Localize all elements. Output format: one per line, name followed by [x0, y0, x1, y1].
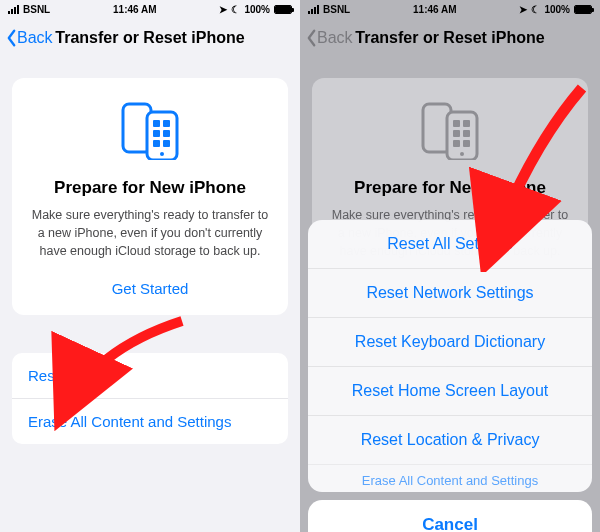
signal-icon	[8, 4, 19, 14]
erase-all-peek[interactable]: Erase All Content and Settings	[308, 464, 592, 492]
svg-point-11	[460, 152, 464, 156]
cancel-button[interactable]: Cancel	[308, 500, 592, 532]
time-label: 11:46 AM	[113, 4, 157, 15]
reset-row[interactable]: Reset	[12, 353, 288, 398]
back-label: Back	[17, 29, 53, 47]
page-title: Transfer or Reset iPhone	[55, 29, 244, 47]
prepare-card: Prepare for New iPhone Make sure everyth…	[12, 78, 288, 315]
prepare-title: Prepare for New iPhone	[330, 178, 570, 198]
two-phones-icon	[417, 100, 483, 164]
location-icon: ➤	[519, 4, 527, 15]
svg-rect-12	[453, 120, 460, 127]
svg-rect-15	[463, 130, 470, 137]
battery-icon	[574, 5, 592, 14]
sheet-options: Reset All Settings Reset Network Setting…	[308, 220, 592, 492]
battery-pct: 100%	[544, 4, 570, 15]
reset-network-settings[interactable]: Reset Network Settings	[308, 268, 592, 317]
location-icon: ➤	[219, 4, 227, 15]
status-bar: BSNL 11:46 AM ➤ ☾ 100%	[300, 0, 600, 18]
two-phones-icon	[117, 100, 183, 164]
svg-rect-17	[463, 140, 470, 147]
battery-pct: 100%	[244, 4, 270, 15]
svg-point-2	[160, 152, 164, 156]
chevron-left-icon	[306, 29, 317, 47]
back-button: Back	[306, 29, 353, 47]
svg-rect-5	[153, 130, 160, 137]
prepare-title: Prepare for New iPhone	[30, 178, 270, 198]
reset-all-settings[interactable]: Reset All Settings	[308, 220, 592, 268]
nav-bar: Back Transfer or Reset iPhone	[0, 18, 300, 58]
svg-rect-13	[463, 120, 470, 127]
dnd-icon: ☾	[231, 4, 240, 15]
svg-rect-4	[163, 120, 170, 127]
svg-rect-3	[153, 120, 160, 127]
battery-icon	[274, 5, 292, 14]
carrier-label: BSNL	[23, 4, 50, 15]
reset-home-screen-layout[interactable]: Reset Home Screen Layout	[308, 366, 592, 415]
page-title: Transfer or Reset iPhone	[355, 29, 544, 47]
chevron-left-icon	[6, 29, 17, 47]
status-bar: BSNL 11:46 AM ➤ ☾ 100%	[0, 0, 300, 18]
options-list: Reset Erase All Content and Settings	[12, 353, 288, 444]
get-started-link[interactable]: Get Started	[30, 280, 270, 297]
reset-location-privacy[interactable]: Reset Location & Privacy	[308, 415, 592, 464]
back-label: Back	[317, 29, 353, 47]
svg-rect-7	[153, 140, 160, 147]
svg-rect-8	[163, 140, 170, 147]
reset-keyboard-dictionary[interactable]: Reset Keyboard Dictionary	[308, 317, 592, 366]
svg-rect-16	[453, 140, 460, 147]
screenshot-right: BSNL 11:46 AM ➤ ☾ 100% Back Transfer or …	[300, 0, 600, 532]
erase-all-row[interactable]: Erase All Content and Settings	[12, 398, 288, 444]
prepare-body: Make sure everything's ready to transfer…	[30, 206, 270, 260]
screenshot-left: BSNL 11:46 AM ➤ ☾ 100% Back Transfer or …	[0, 0, 300, 532]
svg-rect-6	[163, 130, 170, 137]
signal-icon	[308, 4, 319, 14]
back-button[interactable]: Back	[6, 29, 53, 47]
time-label: 11:46 AM	[413, 4, 457, 15]
dnd-icon: ☾	[531, 4, 540, 15]
nav-bar: Back Transfer or Reset iPhone	[300, 18, 600, 58]
carrier-label: BSNL	[323, 4, 350, 15]
svg-rect-14	[453, 130, 460, 137]
reset-action-sheet: Reset All Settings Reset Network Setting…	[308, 220, 592, 532]
